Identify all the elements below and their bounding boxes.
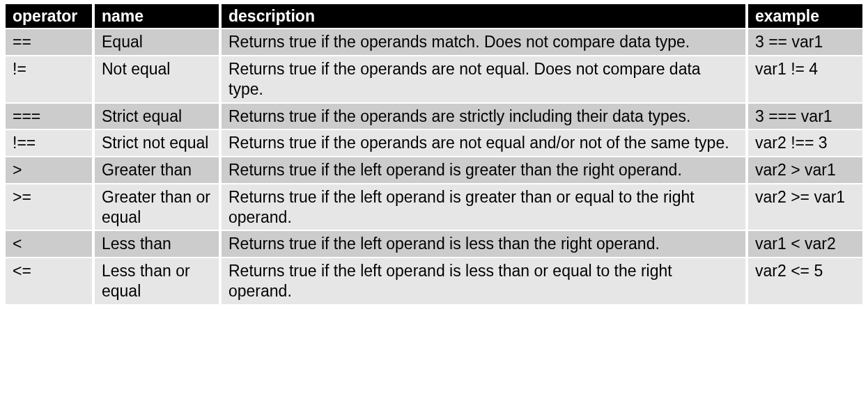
cell-operator: < [6,231,92,257]
table-row: > Greater than Returns true if the left … [6,157,862,183]
header-name: name [95,4,219,28]
cell-name: Not equal [95,56,219,102]
cell-description: Returns true if the left operand is grea… [222,157,745,183]
cell-name: Less than or equal [95,258,219,304]
cell-description: Returns true if the operands are strictl… [222,104,745,129]
table-row: == Equal Returns true if the operands ma… [6,29,862,55]
table-row: >= Greater than or equal Returns true if… [6,184,862,230]
table-row: < Less than Returns true if the left ope… [6,231,862,257]
header-example: example [748,4,862,28]
cell-operator: === [6,104,92,129]
operators-table: operator name description example == Equ… [3,3,865,306]
cell-operator: >= [6,184,92,230]
cell-operator: != [6,56,92,102]
header-description: description [222,4,745,28]
table-row: === Strict equal Returns true if the ope… [6,104,862,129]
table-row: != Not equal Returns true if the operand… [6,56,862,102]
cell-description: Returns true if the operands match. Does… [222,29,745,55]
cell-description: Returns true if the operands are not equ… [222,130,745,156]
cell-example: var2 >= var1 [748,184,862,230]
table-header: operator name description example [6,4,862,28]
cell-operator: <= [6,258,92,304]
cell-name: Equal [95,29,219,55]
cell-example: var1 < var2 [748,231,862,257]
cell-example: 3 === var1 [748,104,862,129]
cell-description: Returns true if the left operand is less… [222,258,745,304]
cell-name: Strict not equal [95,130,219,156]
cell-operator: == [6,29,92,55]
cell-example: var1 != 4 [748,56,862,102]
cell-name: Strict equal [95,104,219,129]
cell-name: Greater than [95,157,219,183]
cell-name: Greater than or equal [95,184,219,230]
cell-description: Returns true if the left operand is less… [222,231,745,257]
cell-example: 3 == var1 [748,29,862,55]
cell-example: var2 > var1 [748,157,862,183]
cell-operator: !== [6,130,92,156]
cell-example: var2 <= 5 [748,258,862,304]
table-body: == Equal Returns true if the operands ma… [6,29,862,303]
cell-example: var2 !== 3 [748,130,862,156]
cell-description: Returns true if the left operand is grea… [222,184,745,230]
cell-description: Returns true if the operands are not equ… [222,56,745,102]
cell-operator: > [6,157,92,183]
header-operator: operator [6,4,92,28]
table-row: <= Less than or equal Returns true if th… [6,258,862,304]
table-row: !== Strict not equal Returns true if the… [6,130,862,156]
cell-name: Less than [95,231,219,257]
